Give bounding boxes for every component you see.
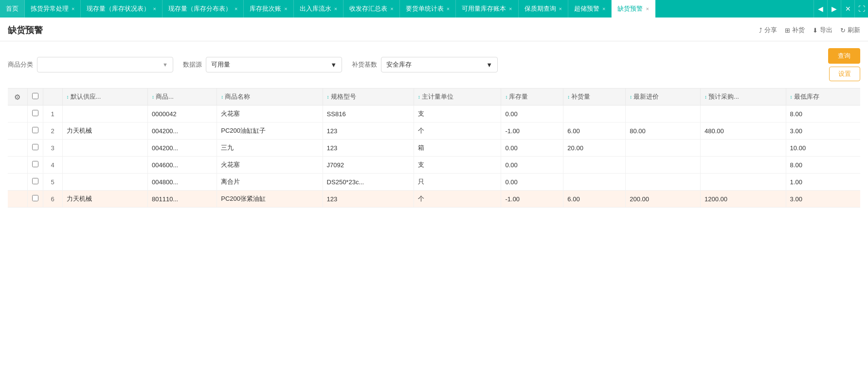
refresh-button[interactable]: ↻ 刷新 xyxy=(840,26,860,35)
row-checkbox-1[interactable] xyxy=(32,127,38,133)
tab-order-stats-close[interactable]: × xyxy=(447,6,450,12)
tab-inventory-dist-close[interactable]: × xyxy=(235,6,237,12)
row-settings-cell xyxy=(8,191,27,208)
row-unit-1: 个 xyxy=(414,123,501,140)
row-est-purchase-4 xyxy=(701,174,786,191)
row-latest-price-4 xyxy=(626,174,701,191)
replenish-label: 补货 xyxy=(792,26,805,35)
gear-icon[interactable]: ⚙ xyxy=(14,93,21,101)
tab-inventory-dist[interactable]: 现存量（库存分布表） × xyxy=(163,0,244,18)
tab-available-ledger-close[interactable]: × xyxy=(509,6,512,12)
tab-available-ledger[interactable]: 可用量库存账本 × xyxy=(456,0,518,18)
tab-inventory-status[interactable]: 现存量（库存状况表） × xyxy=(81,0,162,18)
row-checkbox-4[interactable] xyxy=(32,178,38,184)
row-name-5: PC200张紧油缸 xyxy=(217,191,323,208)
table-row: 6 力天机械 801110... PC200张紧油缸 123 个 -1.00 6… xyxy=(8,191,860,208)
tab-exception[interactable]: 拣货异常处理 × xyxy=(25,0,81,18)
row-min-stock-5: 3.00 xyxy=(786,191,860,208)
row-num-1: 2 xyxy=(43,123,62,140)
row-name-3: 火花塞 xyxy=(217,157,323,174)
tab-shortage[interactable]: 缺货预警 × xyxy=(612,0,655,18)
tab-collect-summary-close[interactable]: × xyxy=(390,6,393,12)
row-est-purchase-5: 1200.00 xyxy=(701,191,786,208)
replenish-base-select[interactable]: 安全库存 ▼ xyxy=(381,57,498,72)
replenish-button[interactable]: ⊞ 补货 xyxy=(785,26,805,35)
th-settings: ⚙ xyxy=(8,88,27,106)
share-button[interactable]: ⤴ 分享 xyxy=(759,26,777,35)
share-icon: ⤴ xyxy=(759,27,762,34)
row-name-4: 离合片 xyxy=(217,174,323,191)
row-latest-price-1: 80.00 xyxy=(626,123,701,140)
tab-exception-close[interactable]: × xyxy=(72,6,74,12)
nav-left-button[interactable]: ◀ xyxy=(814,0,827,18)
replenish-base-select-arrow: ▼ xyxy=(486,61,492,69)
tab-batch[interactable]: 库存批次账 × xyxy=(244,0,293,18)
tab-inventory-status-close[interactable]: × xyxy=(153,6,156,12)
row-code-5: 801110... xyxy=(148,191,217,208)
tab-collect-summary[interactable]: 收发存汇总表 × xyxy=(344,0,399,18)
row-settings-cell xyxy=(8,106,27,123)
row-latest-price-3 xyxy=(626,157,701,174)
row-num-3: 4 xyxy=(43,157,62,174)
tab-shortage-close[interactable]: × xyxy=(646,6,649,12)
close-tab-button[interactable]: ✕ xyxy=(841,0,854,18)
export-icon: ⬇ xyxy=(813,27,818,34)
tab-batch-close[interactable]: × xyxy=(284,6,287,12)
row-unit-4: 只 xyxy=(414,174,501,191)
row-supplier-3 xyxy=(62,157,148,174)
row-est-purchase-1: 480.00 xyxy=(701,123,786,140)
export-button[interactable]: ⬇ 导出 xyxy=(813,26,832,35)
row-stock-4: 0.00 xyxy=(501,174,563,191)
tab-order-stats[interactable]: 要货单统计表 × xyxy=(400,0,456,18)
select-all-checkbox[interactable] xyxy=(32,93,38,99)
row-checkbox-5[interactable] xyxy=(32,195,38,201)
tab-home[interactable]: 首页 xyxy=(0,0,25,18)
tab-inout-flow[interactable]: 出入库流水 × xyxy=(294,0,344,18)
tab-overstock[interactable]: 超储预警 × xyxy=(568,0,612,18)
row-replenish-qty-4 xyxy=(563,174,626,191)
tab-overstock-close[interactable]: × xyxy=(602,6,605,12)
th-unit-icon: ↕ xyxy=(418,94,420,100)
category-select[interactable]: ▼ xyxy=(37,57,173,72)
row-checkbox-cell xyxy=(27,123,43,140)
row-supplier-2 xyxy=(62,140,148,157)
query-button[interactable]: 查询 xyxy=(828,48,860,64)
tab-order-stats-label: 要货单统计表 xyxy=(406,4,444,13)
row-checkbox-0[interactable] xyxy=(32,110,38,116)
th-checkbox xyxy=(27,88,43,106)
th-unit: ↕ 主计量单位 xyxy=(414,88,501,106)
page-header: 缺货预警 ⤴ 分享 ⊞ 补货 ⬇ 导出 ↻ 刷新 xyxy=(0,18,868,41)
table-row: 5 004800... 离合片 DS250*23c... 只 0.00 1.00 xyxy=(8,174,860,191)
tab-inout-flow-close[interactable]: × xyxy=(334,6,337,12)
main-content: 缺货预警 ⤴ 分享 ⊞ 补货 ⬇ 导出 ↻ 刷新 商品分类 xyxy=(0,18,868,387)
fullscreen-button[interactable]: ⛶ xyxy=(854,0,868,18)
row-unit-5: 个 xyxy=(414,191,501,208)
row-latest-price-2 xyxy=(626,140,701,157)
row-supplier-1: 力天机械 xyxy=(62,123,148,140)
th-product-code-label: 商品... xyxy=(156,92,174,101)
tab-expiry-query-close[interactable]: × xyxy=(559,6,562,12)
refresh-icon: ↻ xyxy=(840,27,846,34)
nav-right-button[interactable]: ▶ xyxy=(827,0,841,18)
row-est-purchase-2 xyxy=(701,140,786,157)
row-name-0: 火花塞 xyxy=(217,106,323,123)
th-min-stock-icon: ↕ xyxy=(790,94,793,100)
th-stock: ↕ 库存量 xyxy=(501,88,563,106)
row-min-stock-2: 10.00 xyxy=(786,140,860,157)
row-code-2: 004200... xyxy=(148,140,217,157)
th-spec: ↕ 规格型号 xyxy=(323,88,414,106)
row-stock-0: 0.00 xyxy=(501,106,563,123)
row-checkbox-2[interactable] xyxy=(32,144,38,150)
tab-exception-label: 拣货异常处理 xyxy=(31,4,69,13)
row-checkbox-3[interactable] xyxy=(32,161,38,167)
settings-button[interactable]: 设置 xyxy=(829,67,860,81)
row-min-stock-3: 8.00 xyxy=(786,157,860,174)
row-unit-3: 支 xyxy=(414,157,501,174)
row-code-0: 0000042 xyxy=(148,106,217,123)
row-min-stock-4: 1.00 xyxy=(786,174,860,191)
row-settings-cell xyxy=(8,140,27,157)
th-min-stock-label: 最低库存 xyxy=(794,92,819,101)
row-stock-5: -1.00 xyxy=(501,191,563,208)
datasource-select[interactable]: 可用量 ▼ xyxy=(206,57,342,72)
tab-expiry-query[interactable]: 保质期查询 × xyxy=(519,0,568,18)
